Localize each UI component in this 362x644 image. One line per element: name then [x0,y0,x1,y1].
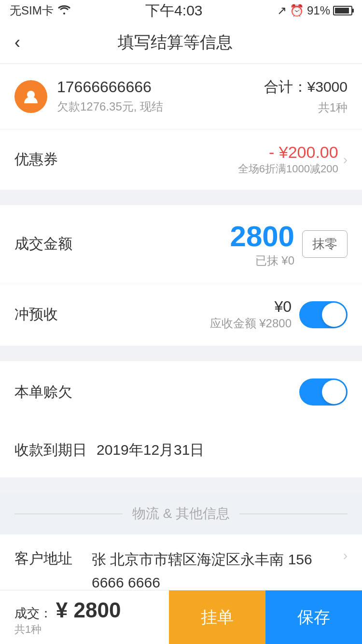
save-button[interactable]: 保存 [265,590,362,644]
content: 17666666666 欠款1276.35元, 现结 合计：¥3000 共1种 … [0,64,362,644]
bottom-bar: 成交： ¥ 2800 共1种 挂单 保存 [0,590,362,644]
deal-amount-value-area: 2800 已抹 ¥0 抹零 [92,220,348,268]
logistics-header: 物流 & 其他信息 [0,493,362,534]
deal-amount-sub: 已抹 ¥0 [230,253,294,268]
bottom-deal-row: 成交： ¥ 2800 [14,598,154,622]
address-label: 客户地址 [14,548,92,569]
address-value: 张 北京市市辖区海淀区永丰南 156 6666 6666 [92,548,343,594]
coupon-right: - ¥200.00 全场6折满1000减200 › [238,143,348,176]
prepay-col: ¥0 应收金额 ¥2800 [210,298,292,331]
credit-card: 本单赊欠 收款到期日 2019年12月31日 [0,361,362,477]
coupon-detail: 全场6折满1000减200 [238,162,338,176]
prepay-amount: ¥0 [210,298,292,316]
separator-1 [0,197,362,205]
location-icon: ↗ [277,4,287,17]
avatar [14,80,47,113]
due-date-row: 收款到期日 2019年12月31日 [0,423,362,477]
credit-toggle[interactable] [299,378,348,406]
prepay-row: 冲预收 ¥0 应收金额 ¥2800 [0,283,362,346]
battery-icon [333,6,352,15]
prepay-sub: 应收金额 ¥2800 [210,316,292,331]
wifi-icon [57,4,71,17]
header-line-left [14,514,123,514]
bottom-deal-label: 成交： [14,606,52,620]
customer-total: 合计：¥3000 共1种 [264,77,348,115]
status-right: ↗ ⏰ 91% [277,4,352,17]
bottom-summary: 成交： ¥ 2800 共1种 [0,598,169,637]
separator-2 [0,353,362,361]
credit-label: 本单赊欠 [14,382,299,402]
bottom-deal-amount: ¥ 2800 [56,598,121,622]
coupon-chevron: › [343,152,348,168]
prepay-toggle[interactable] [299,301,348,328]
battery-percent: 91% [307,4,330,17]
status-time: 下午4:03 [145,1,202,21]
header-line-right [239,514,348,514]
deal-section: 成交金额 2800 已抹 ¥0 抹零 冲预收 ¥0 应收金额 ¥2800 [0,205,362,346]
bottom-deal-count: 共1种 [14,622,154,637]
total-count: 共1种 [264,100,348,115]
logistics-title: 物流 & 其他信息 [132,504,230,523]
coupon-label: 优惠券 [14,150,238,169]
prepay-value-area: ¥0 应收金额 ¥2800 [92,298,348,331]
prepay-toggle-thumb [322,303,346,327]
deal-amount-label: 成交金额 [14,234,92,254]
carrier-text: 无SIM卡 [10,3,54,18]
customer-card: 17666666666 欠款1276.35元, 现结 合计：¥3000 共1种 … [0,64,362,190]
back-button[interactable]: ‹ [14,32,20,53]
customer-debt: 欠款1276.35元, 现结 [57,99,264,114]
nav-bar: ‹ 填写结算等信息 [0,21,362,64]
prepay-label: 冲预收 [14,305,92,324]
deal-amount-value[interactable]: 2800 [230,220,294,253]
round-button[interactable]: 抹零 [302,230,348,258]
coupon-amount: - ¥200.00 [238,143,338,162]
page-title: 填写结算等信息 [30,31,320,54]
deal-amount-row: 成交金额 2800 已抹 ¥0 抹零 [0,205,362,283]
separator-3 [0,485,362,493]
credit-row: 本单赊欠 [0,361,362,423]
customer-info: 17666666666 欠款1276.35元, 现结 [57,78,264,114]
status-left: 无SIM卡 [10,3,71,18]
due-date-value: 2019年12月31日 [97,440,204,460]
coupon-row[interactable]: 优惠券 - ¥200.00 全场6折满1000减200 › [0,129,362,190]
due-date-label: 收款到期日 [14,440,87,460]
deal-amount-col: 2800 已抹 ¥0 [230,220,294,268]
customer-row: 17666666666 欠款1276.35元, 现结 合计：¥3000 共1种 [0,64,362,129]
total-amount: 合计：¥3000 [264,77,348,97]
pending-button[interactable]: 挂单 [169,590,265,644]
credit-toggle-thumb [322,380,346,404]
alarm-icon: ⏰ [290,4,304,17]
customer-phone: 17666666666 [57,78,264,96]
address-chevron: › [343,548,348,563]
status-bar: 无SIM卡 下午4:03 ↗ ⏰ 91% [0,0,362,21]
